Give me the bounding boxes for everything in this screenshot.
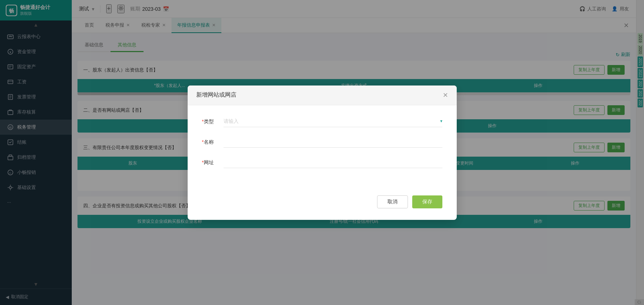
type-dropdown-icon[interactable]: ▾ bbox=[440, 119, 442, 124]
modal-close-button[interactable]: ✕ bbox=[443, 91, 448, 99]
form-group-type: *类型 ▾ bbox=[202, 117, 442, 127]
modal-header: 新增网站或网店 ✕ bbox=[188, 86, 457, 105]
modal-overlay[interactable]: 新增网站或网店 ✕ *类型 ▾ bbox=[0, 0, 644, 305]
form-group-url: *网址 bbox=[202, 158, 442, 168]
form-row-type: *类型 ▾ bbox=[202, 117, 442, 127]
type-control-wrapper: ▾ bbox=[224, 117, 442, 127]
form-group-name: *名称 bbox=[202, 137, 442, 148]
url-required: * bbox=[202, 160, 204, 165]
cancel-button[interactable]: 取消 bbox=[377, 195, 408, 208]
name-control-wrapper bbox=[224, 137, 442, 148]
modal-title: 新增网站或网店 bbox=[196, 91, 236, 99]
save-button[interactable]: 保存 bbox=[412, 195, 442, 208]
type-input[interactable] bbox=[224, 117, 440, 125]
url-control-wrapper bbox=[224, 158, 442, 168]
add-website-modal: 新增网站或网店 ✕ *类型 ▾ bbox=[188, 86, 457, 220]
modal-body: *类型 ▾ *名称 bbox=[188, 105, 457, 190]
type-label: *类型 bbox=[202, 119, 224, 125]
form-row-name: *名称 bbox=[202, 137, 442, 148]
modal-footer: 取消 保存 bbox=[188, 190, 457, 220]
type-required: * bbox=[202, 119, 204, 124]
url-input[interactable] bbox=[224, 158, 442, 166]
form-row-url: *网址 bbox=[202, 158, 442, 168]
name-required: * bbox=[202, 139, 204, 145]
name-input[interactable] bbox=[224, 137, 442, 146]
url-label: *网址 bbox=[202, 160, 224, 166]
name-label: *名称 bbox=[202, 139, 224, 145]
